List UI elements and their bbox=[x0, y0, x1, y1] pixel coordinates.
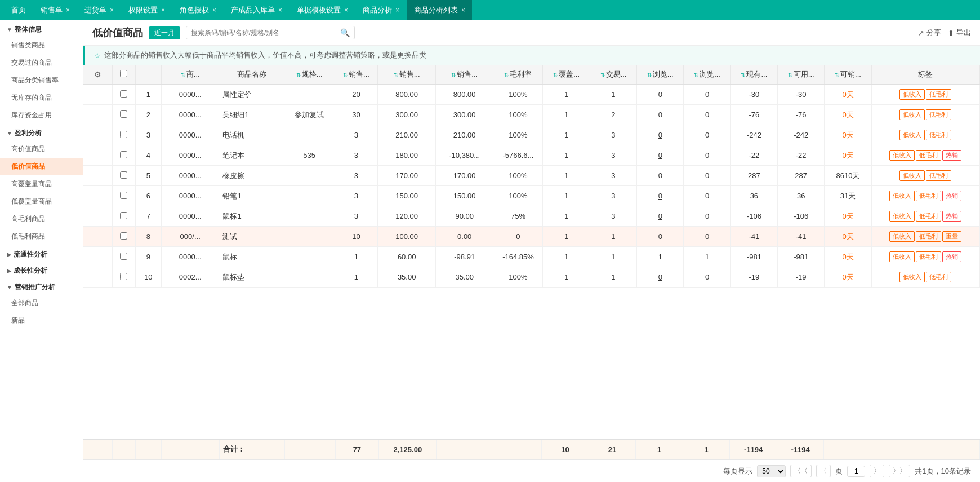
row-checkbox[interactable] bbox=[120, 273, 127, 280]
spec-col-header[interactable]: ⇅规格... bbox=[284, 65, 335, 85]
row-view1[interactable]: 0 bbox=[637, 145, 684, 166]
nav-close-商品分析列表[interactable]: × bbox=[461, 6, 465, 14]
nav-item-产成品入库单[interactable]: 产成品入库单× bbox=[224, 0, 289, 20]
row-view1[interactable]: 0 bbox=[637, 186, 684, 206]
row-check[interactable] bbox=[112, 145, 135, 166]
sidebar-group-成长性分析[interactable]: ▶成长性分析 bbox=[0, 262, 83, 278]
prev-page-btn[interactable]: 〈 bbox=[816, 465, 831, 477]
cover-col-header[interactable]: ⇅覆盖... bbox=[543, 65, 590, 85]
qty-col-header[interactable]: ⇅销售... bbox=[335, 65, 378, 85]
row-check[interactable] bbox=[112, 105, 135, 125]
arrow-icon: ▼ bbox=[7, 26, 12, 33]
sidebar-item-高毛利商品[interactable]: 高毛利商品 bbox=[0, 210, 83, 228]
nav-close-销售单[interactable]: × bbox=[66, 6, 70, 14]
row-checkbox[interactable] bbox=[120, 253, 127, 260]
row-check[interactable] bbox=[112, 227, 135, 247]
view2-col-header[interactable]: ⇅浏览... bbox=[684, 65, 730, 85]
row-name: 铅笔1 bbox=[219, 186, 284, 206]
sale1-col-header[interactable]: ⇅销售... bbox=[378, 65, 436, 85]
row-view1[interactable]: 0 bbox=[637, 125, 684, 145]
nav-close-产成品入库单[interactable]: × bbox=[278, 6, 282, 14]
sidebar-item-交易过的商品[interactable]: 交易过的商品 bbox=[0, 54, 83, 72]
stock2-col-header[interactable]: ⇅可用... bbox=[778, 65, 825, 85]
row-cover: 1 bbox=[543, 166, 590, 186]
settings-col-header[interactable]: ⚙ bbox=[83, 65, 112, 85]
sidebar-item-低覆盖量商品[interactable]: 低覆盖量商品 bbox=[0, 193, 83, 210]
last-page-btn[interactable]: 〉〉 bbox=[889, 465, 910, 477]
row-check[interactable] bbox=[112, 85, 135, 105]
nav-item-首页[interactable]: 首页 bbox=[5, 0, 33, 20]
row-check[interactable] bbox=[112, 206, 135, 227]
sidebar-item-无库存的商品[interactable]: 无库存的商品 bbox=[0, 89, 83, 107]
select-all-checkbox[interactable] bbox=[120, 70, 127, 77]
row-checkbox[interactable] bbox=[120, 192, 127, 199]
nav-item-角色授权[interactable]: 角色授权× bbox=[173, 0, 223, 20]
row-checkbox[interactable] bbox=[120, 90, 127, 98]
row-view1[interactable]: 0 bbox=[637, 85, 684, 105]
nav-close-权限设置[interactable]: × bbox=[161, 6, 165, 14]
row-check[interactable] bbox=[112, 247, 135, 267]
row-check[interactable] bbox=[112, 186, 135, 206]
next-page-btn[interactable]: 〉 bbox=[870, 465, 884, 477]
sidebar-group-流通性分析[interactable]: ▶流通性分析 bbox=[0, 245, 83, 262]
nav-item-单据模板设置[interactable]: 单据模板设置× bbox=[290, 0, 355, 20]
stock1-col-header[interactable]: ⇅现有... bbox=[730, 65, 777, 85]
share-btn[interactable]: ↗ 分享 bbox=[918, 28, 941, 38]
sidebar-group-营销推广分析[interactable]: ▼营销推广分析 bbox=[0, 278, 83, 294]
sidebar-item-新品[interactable]: 新品 bbox=[0, 312, 83, 329]
search-icon[interactable]: 🔍 bbox=[340, 28, 350, 37]
nav-item-进货单[interactable]: 进货单× bbox=[78, 0, 121, 20]
row-check[interactable] bbox=[112, 166, 135, 186]
nav-close-商品分析[interactable]: × bbox=[395, 6, 399, 14]
nav-item-商品分析列表[interactable]: 商品分析列表× bbox=[407, 0, 472, 20]
row-view2: 1 bbox=[684, 247, 730, 267]
row-view1[interactable]: 0 bbox=[637, 105, 684, 125]
settings-icon[interactable]: ⚙ bbox=[94, 70, 101, 79]
sidebar-item-全部商品[interactable]: 全部商品 bbox=[0, 294, 83, 312]
trade-col-header[interactable]: ⇅交易... bbox=[590, 65, 636, 85]
sidebar-item-商品分类销售率[interactable]: 商品分类销售率 bbox=[0, 72, 83, 89]
row-checkbox[interactable] bbox=[120, 232, 127, 240]
sidebar-item-低价值商品[interactable]: 低价值商品 bbox=[0, 158, 83, 175]
page-input[interactable] bbox=[847, 466, 865, 477]
row-checkbox[interactable] bbox=[120, 171, 127, 179]
row-sale1: 300.00 bbox=[378, 105, 436, 125]
sellable-col-header[interactable]: ⇅可销... bbox=[825, 65, 871, 85]
sidebar-item-销售类商品[interactable]: 销售类商品 bbox=[0, 37, 83, 54]
nav-item-销售单[interactable]: 销售单× bbox=[34, 0, 77, 20]
page-label: 页 bbox=[835, 466, 843, 476]
nav-close-角色授权[interactable]: × bbox=[212, 6, 216, 14]
row-view1[interactable]: 1 bbox=[637, 247, 684, 267]
row-view1[interactable]: 0 bbox=[637, 206, 684, 227]
sidebar-item-低毛利商品[interactable]: 低毛利商品 bbox=[0, 228, 83, 245]
page-size-select[interactable]: 50 100 200 bbox=[757, 465, 786, 477]
check-col-header[interactable] bbox=[112, 65, 135, 85]
nav-close-单据模板设置[interactable]: × bbox=[344, 6, 348, 14]
row-view1[interactable]: 0 bbox=[637, 166, 684, 186]
row-checkbox[interactable] bbox=[120, 131, 127, 138]
export-btn[interactable]: ⬆ 导出 bbox=[948, 28, 971, 38]
sidebar-item-库存资金占用[interactable]: 库存资金占用 bbox=[0, 107, 83, 124]
sidebar-item-高覆盖量商品[interactable]: 高覆盖量商品 bbox=[0, 175, 83, 193]
code-col-header[interactable]: ⇅商... bbox=[161, 65, 219, 85]
row-checkbox[interactable] bbox=[120, 110, 127, 118]
row-checkbox[interactable] bbox=[120, 151, 127, 158]
sidebar-item-高价值商品[interactable]: 高价值商品 bbox=[0, 140, 83, 158]
table-wrapper[interactable]: ⚙ ⇅商... 商品名称 ⇅规格... ⇅销售... ⇅销售... ⇅销售...… bbox=[83, 65, 980, 439]
nav-item-权限设置[interactable]: 权限设置× bbox=[122, 0, 172, 20]
view1-col-header[interactable]: ⇅浏览... bbox=[637, 65, 684, 85]
sidebar-group-整体信息[interactable]: ▼整体信息 bbox=[0, 20, 83, 37]
sale2-col-header[interactable]: ⇅销售... bbox=[435, 65, 493, 85]
row-check[interactable] bbox=[112, 267, 135, 288]
filter-btn[interactable]: 近一月 bbox=[149, 26, 180, 39]
search-input[interactable] bbox=[191, 29, 340, 37]
sidebar-group-盈利分析[interactable]: ▼盈利分析 bbox=[0, 124, 83, 140]
first-page-btn[interactable]: 〈〈 bbox=[790, 465, 812, 477]
rate-col-header[interactable]: ⇅毛利率 bbox=[493, 65, 543, 85]
row-check[interactable] bbox=[112, 125, 135, 145]
row-checkbox[interactable] bbox=[120, 212, 127, 219]
row-view1[interactable]: 0 bbox=[637, 267, 684, 288]
row-view1[interactable]: 0 bbox=[637, 227, 684, 247]
nav-item-商品分析[interactable]: 商品分析× bbox=[356, 0, 406, 20]
nav-close-进货单[interactable]: × bbox=[110, 6, 114, 14]
